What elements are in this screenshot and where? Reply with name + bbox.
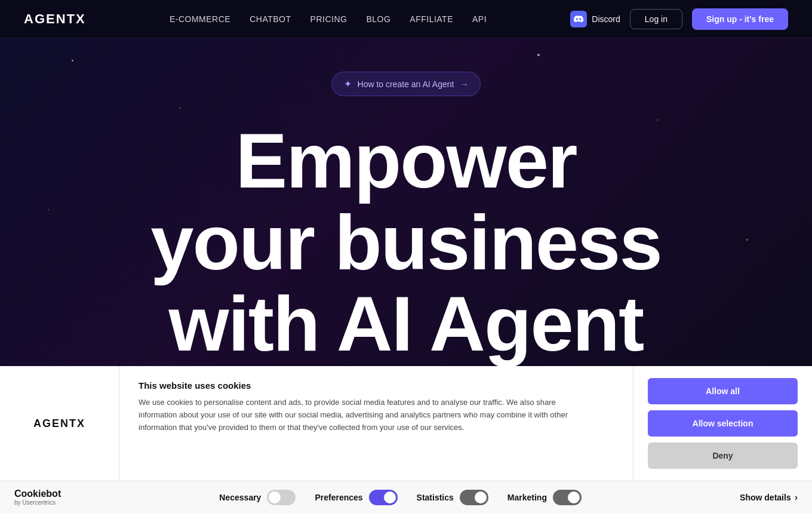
arrow-icon: →: [460, 79, 468, 89]
cookie-logo-area: AGENTX: [0, 366, 119, 481]
cookie-main: AGENTX This website uses cookies We use …: [0, 366, 812, 481]
star-decoration: [746, 239, 748, 241]
signup-button[interactable]: Sign up - it's free: [692, 8, 788, 30]
nav-logo: AGENTX: [24, 11, 86, 27]
login-button[interactable]: Log in: [630, 9, 682, 29]
consent-necessary: Necessary: [219, 490, 296, 505]
cookie-description: We use cookies to personalise content an…: [139, 397, 586, 434]
consent-marketing: Marketing: [508, 490, 582, 505]
discord-icon: [570, 11, 587, 27]
preferences-label: Preferences: [315, 493, 362, 502]
discord-label: Discord: [592, 14, 620, 24]
chevron-right-icon: ›: [795, 492, 798, 503]
hero-line1: Empower: [150, 120, 661, 202]
nav-links: E-COMMERCE CHATBOT PRICING BLOG AFFILIAT…: [170, 14, 487, 24]
marketing-label: Marketing: [508, 493, 547, 502]
star-decoration: [358, 84, 360, 85]
cookie-title: This website uses cookies: [139, 380, 614, 391]
statistics-toggle[interactable]: [460, 490, 488, 505]
nav-pricing[interactable]: PRICING: [310, 14, 347, 24]
hero-line3: with AI Agent: [150, 283, 661, 365]
toggle-knob: [475, 492, 487, 503]
necessary-label: Necessary: [219, 493, 261, 502]
allow-all-button[interactable]: Allow all: [648, 378, 798, 404]
cookie-buttons: Allow all Allow selection Deny: [633, 366, 812, 481]
star-decoration: [657, 119, 658, 121]
consent-items: Necessary Preferences Statistics: [61, 490, 740, 505]
show-details-label: Show details: [740, 493, 791, 502]
star-decoration: [179, 107, 180, 109]
nav-chatbot[interactable]: CHATBOT: [250, 14, 291, 24]
cookiebot-name: Cookiebot: [14, 489, 61, 499]
toggle-knob: [384, 492, 396, 503]
nav-api[interactable]: API: [472, 14, 487, 24]
hero-badge[interactable]: ✦ How to create an AI Agent →: [331, 72, 481, 96]
discord-button[interactable]: Discord: [570, 11, 620, 27]
navbar: AGENTX E-COMMERCE CHATBOT PRICING BLOG A…: [0, 0, 812, 38]
cookie-content: This website uses cookies We use cookies…: [119, 366, 633, 481]
toggle-knob: [269, 492, 281, 503]
star-decoration: [72, 60, 73, 62]
star-decoration: [48, 209, 49, 210]
badge-text: How to create an AI Agent: [358, 79, 454, 89]
show-details-link[interactable]: Show details ›: [740, 492, 798, 503]
consent-statistics: Statistics: [417, 490, 488, 505]
statistics-label: Statistics: [417, 493, 454, 502]
consent-preferences: Preferences: [315, 490, 397, 505]
spark-icon: ✦: [344, 78, 352, 90]
nav-right: Discord Log in Sign up - it's free: [570, 8, 788, 30]
cookie-logo: AGENTX: [33, 417, 85, 430]
nav-affiliate[interactable]: AFFILIATE: [410, 14, 453, 24]
nav-blog[interactable]: BLOG: [366, 14, 390, 24]
cookie-banner: AGENTX This website uses cookies We use …: [0, 366, 812, 513]
allow-selection-button[interactable]: Allow selection: [648, 410, 798, 437]
necessary-toggle[interactable]: [267, 490, 296, 505]
hero-line2: your business: [150, 202, 661, 284]
nav-ecommerce[interactable]: E-COMMERCE: [170, 14, 230, 24]
cookiebot-logo: Cookiebot by Usercentrics: [14, 489, 61, 506]
hero-title: Empower your business with AI Agent: [150, 120, 661, 365]
toggle-knob: [568, 492, 580, 503]
star-decoration: [537, 54, 540, 56]
cookiebot-sub: by Usercentrics: [14, 499, 56, 506]
marketing-toggle[interactable]: [553, 490, 582, 505]
preferences-toggle[interactable]: [369, 490, 398, 505]
cookie-bottom-bar: Cookiebot by Usercentrics Necessary Pref…: [0, 481, 812, 513]
deny-button[interactable]: Deny: [648, 443, 798, 469]
